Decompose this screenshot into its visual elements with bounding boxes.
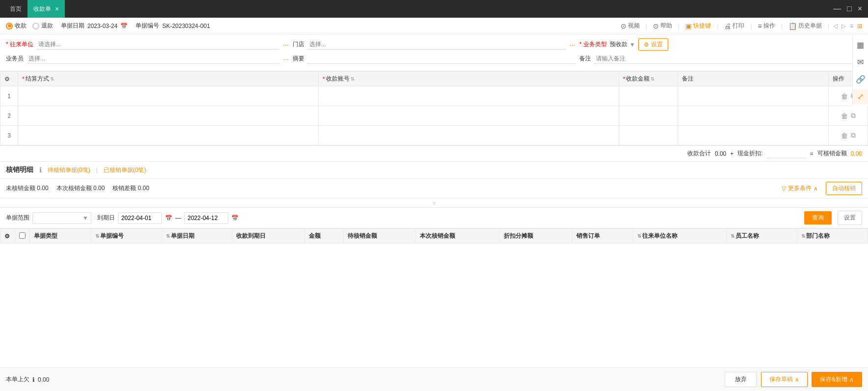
history-btn[interactable]: 📋 历史单据 <box>787 21 824 31</box>
checkbox-col: ⚙ <box>0 229 15 244</box>
staff-input[interactable] <box>27 54 280 64</box>
note-label: 备注 <box>579 55 591 63</box>
help-btn[interactable]: ⊙ 帮助 <box>651 21 674 31</box>
video-icon: ⊙ <box>621 22 626 30</box>
counterparty-more-icon[interactable]: ··· <box>283 41 289 49</box>
shop-input[interactable] <box>307 39 567 50</box>
auto-verify-btn[interactable]: 自动核销 <box>826 182 862 195</box>
print-icon: 🖨 <box>724 22 731 30</box>
settlement-cell-2[interactable] <box>18 106 319 126</box>
summary-input[interactable] <box>307 54 575 64</box>
number-label: 单据编号 <box>136 22 159 30</box>
completed-tab[interactable]: 已核销单据(0笔) <box>104 166 146 174</box>
date-from-calendar-icon[interactable]: 📅 <box>165 215 172 222</box>
discount-label: 现金折扣: <box>737 149 762 158</box>
table-sidebar-icon[interactable]: ▦ <box>855 37 866 53</box>
copy-row-2-icon[interactable]: ⧉ <box>851 112 856 120</box>
maximize-icon[interactable]: □ <box>845 4 854 13</box>
save-draft-button[interactable]: 保存草稿 ∧ <box>761 372 808 387</box>
staff-field: 业务员 ··· <box>6 54 289 64</box>
settlement-cell-1[interactable] <box>18 86 319 106</box>
receipt-tab[interactable]: 收款单 × <box>27 0 65 18</box>
home-tab[interactable]: 首页 <box>4 0 27 18</box>
sales-order-col: 销售订单 <box>572 229 633 244</box>
close-tab-icon[interactable]: × <box>55 5 59 13</box>
filter-icon: ▽ <box>782 185 786 192</box>
operation-btn[interactable]: ≡ 操作 <box>756 21 777 31</box>
receipt-radio[interactable]: 收款 <box>6 22 27 30</box>
note-col: 备注 <box>678 72 828 86</box>
print-btn[interactable]: 🖨 打印 <box>722 21 746 31</box>
delete-row-2-icon[interactable]: 🗑 <box>841 112 848 120</box>
collapse-bar[interactable]: ∨ <box>0 198 868 208</box>
account-cell-1[interactable] <box>318 86 619 106</box>
settlement-method-col: * 结算方式 ⇅ <box>18 72 319 86</box>
refund-radio[interactable]: 退款 <box>32 22 53 30</box>
abandon-button[interactable]: 放弃 <box>725 372 757 387</box>
uncleared-value: 0.00 <box>37 185 48 192</box>
email-sidebar-icon[interactable]: ✉ <box>855 55 866 70</box>
note-cell-3[interactable] <box>678 126 828 145</box>
settlement-cell-3[interactable] <box>18 126 319 145</box>
settlement-sort-icon[interactable]: ⇅ <box>50 76 54 82</box>
sort-icon-doc-num: ⇅ <box>95 233 99 239</box>
close-window-icon[interactable]: × <box>856 4 864 13</box>
staff-more-icon[interactable]: ··· <box>283 55 289 63</box>
doc-date-col: ⇅ 单据日期 <box>162 229 232 244</box>
save-new-label: 保存&新增 <box>820 375 847 384</box>
discount-input[interactable] <box>767 149 806 158</box>
available-value: 0.00 <box>851 150 862 157</box>
expand-sidebar-icon[interactable]: ⤢ <box>853 89 868 104</box>
query-button[interactable]: 查询 <box>804 211 832 224</box>
note-cell-2[interactable] <box>678 106 828 126</box>
more-filter-btn[interactable]: ▽ 更多条件 ∧ <box>782 184 818 193</box>
receipt-tab-label: 收款单 <box>33 5 51 13</box>
delete-row-3-icon[interactable]: 🗑 <box>841 132 848 140</box>
date-from-input[interactable] <box>118 212 162 224</box>
refund-label: 退款 <box>41 22 53 30</box>
date-field: 单据日期 2023-03-24 📅 <box>61 22 128 30</box>
calendar-icon[interactable]: 📅 <box>120 23 128 29</box>
video-btn[interactable]: ⊙ 视频 <box>619 21 642 31</box>
pending-tab[interactable]: 待核销单据(0笔) <box>48 166 90 174</box>
shortcut-btn[interactable]: ▣ 快捷键 <box>683 21 713 31</box>
verify-info-icon[interactable]: ℹ <box>39 166 42 174</box>
account-cell-2[interactable] <box>318 106 619 126</box>
list-icon[interactable]: ≡ <box>850 23 853 29</box>
range-filter: 单据范围 ▼ <box>6 212 91 224</box>
prev-icon[interactable]: ◁ <box>833 23 838 29</box>
attachment-sidebar-icon[interactable]: 🔗 <box>854 72 868 87</box>
video-label: 视频 <box>628 22 640 30</box>
business-type-select[interactable]: 预收款 ▼ <box>610 40 635 49</box>
staff-label: 业务员 <box>6 55 24 63</box>
note-input[interactable] <box>594 54 862 64</box>
minimize-icon[interactable]: — <box>831 4 843 13</box>
next-icon[interactable]: ▷ <box>841 23 846 29</box>
gear-column[interactable]: ⚙ <box>0 72 18 86</box>
save-new-button[interactable]: 保存&新增 ∧ <box>812 372 862 387</box>
date-to-input[interactable] <box>184 212 228 224</box>
amount-sort-icon[interactable]: ⇅ <box>651 76 654 82</box>
session-info-icon[interactable]: ℹ <box>32 376 35 383</box>
delete-row-1-icon[interactable]: 🗑 <box>841 92 848 100</box>
main-content: 收款 退款 单据日期 2023-03-24 📅 单据编号 SK-20230324… <box>0 18 868 391</box>
counterparty-input[interactable] <box>36 39 280 50</box>
verify-settings-btn[interactable]: 设置 <box>838 211 862 225</box>
session-value: 0.00 <box>38 376 49 383</box>
settings-button[interactable]: ⚙ 设置 <box>638 38 668 51</box>
shop-more-icon[interactable]: ··· <box>570 41 575 49</box>
copy-row-3-icon[interactable]: ⧉ <box>851 131 856 140</box>
range-select-wrapper: ▼ <box>32 212 91 224</box>
note-cell-1[interactable] <box>678 86 828 106</box>
account-cell-3[interactable] <box>318 126 619 145</box>
doc-type-col: 单据类型 <box>30 229 91 244</box>
select-all-checkbox[interactable] <box>19 232 26 239</box>
date-to-calendar-icon[interactable]: 📅 <box>231 215 239 222</box>
range-select[interactable] <box>32 212 91 224</box>
amount-cell-1[interactable] <box>619 86 678 106</box>
table-settings-icon[interactable]: ⚙ <box>4 233 10 240</box>
amount-cell-2[interactable] <box>619 106 678 126</box>
amount-cell-3[interactable] <box>619 126 678 145</box>
account-sort-icon[interactable]: ⇅ <box>351 76 354 82</box>
grid-icon[interactable]: ⊞ <box>857 23 862 29</box>
